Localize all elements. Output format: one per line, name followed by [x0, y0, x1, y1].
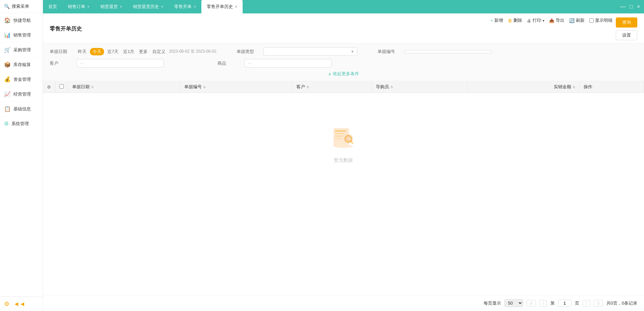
tab-bar-close[interactable]: × [637, 4, 640, 10]
date-col-label: 单据日期 [72, 84, 90, 90]
sidebar-item-label: 快捷导航 [13, 17, 31, 23]
type-filter-select[interactable]: ▾ [263, 47, 357, 56]
tab-retail-open-close[interactable]: × [194, 4, 196, 9]
svg-rect-4 [335, 136, 343, 137]
tab-sales-return[interactable]: 销货退货 × [95, 0, 128, 13]
sidebar-collapse-icon[interactable]: ◄◄ [13, 301, 26, 308]
sidebar-item-sales-mgmt[interactable]: 📊 销售管理 [0, 28, 43, 43]
print-icon: 🖨 [527, 18, 531, 23]
delete-button[interactable]: 🗑 删除 [508, 17, 522, 23]
sidebar-item-purchase-mgmt[interactable]: 🛒 采购管理 [0, 43, 43, 57]
refresh-button[interactable]: 🔄 刷新 [569, 17, 585, 23]
sidebar-item-label: 系统管理 [11, 121, 29, 127]
ops-mgmt-icon: 📈 [4, 91, 11, 97]
finance-icon: 💰 [4, 76, 11, 83]
pagination: 每页显示 50 20 100 ⟨⟨ ⟨ 第 页 ⟩ ⟩⟩ 共0页，0条记录 [43, 295, 644, 311]
sales-mgmt-icon: 📊 [4, 32, 11, 38]
per-page-label: 每页显示 [484, 300, 501, 306]
sidebar-item-label: 采购管理 [13, 47, 31, 53]
print-dropdown-icon: ▾ [543, 19, 544, 22]
sidebar-item-sys-mgmt[interactable]: ⚙ 系统管理 [0, 116, 43, 131]
empty-state: 暂无数据 [43, 93, 644, 190]
page-title: 零售开单历史 [50, 25, 82, 33]
sidebar-item-label: 基础信息 [13, 106, 31, 112]
plus-icon: + [490, 18, 493, 23]
delete-icon: 🗑 [508, 18, 512, 23]
per-page-select[interactable]: 50 20 100 [504, 299, 523, 307]
date-sort-icon: ⇅ [91, 85, 94, 89]
add-button[interactable]: + 新增 [490, 17, 503, 23]
th-date[interactable]: 单据日期 ⇅ [68, 81, 180, 93]
sidebar-item-finance[interactable]: 💰 资金管理 [0, 72, 43, 87]
inventory-icon: 📦 [4, 61, 11, 68]
tab-sales-return-close[interactable]: × [120, 4, 122, 9]
date-btn-7days[interactable]: 近7天 [106, 48, 120, 55]
number-sort-icon: ⇅ [203, 85, 206, 89]
action-col-label: 操作 [584, 84, 592, 89]
goods-filter-label: 商品 [217, 60, 238, 66]
main-area: 首页 销售订单 × 销货退货 × 销货退货历史 × 零售开单 × 零售开单历史 … [43, 0, 644, 311]
date-btn-custom[interactable]: 自定义 [151, 48, 167, 55]
date-range: 2023-06-02 至 2023-06-02 [169, 49, 216, 54]
th-number[interactable]: 单据编号 ⇅ [180, 81, 292, 93]
sidebar-search-label: 搜索采单 [12, 3, 29, 9]
sidebar-search[interactable]: 🔍 搜索采单 [0, 0, 43, 13]
customer-sort-icon: ⇅ [306, 85, 309, 89]
quick-nav-icon: 🏠 [4, 17, 11, 23]
page-input[interactable] [558, 300, 572, 307]
next-page-btn[interactable]: ⟩ [583, 300, 590, 307]
tab-retail-open-history[interactable]: 零售开单历史 × [201, 0, 243, 13]
show-detail-checkbox[interactable] [589, 18, 594, 23]
date-btn-today[interactable]: 今天 [90, 48, 104, 55]
page-suffix: 页 [575, 300, 579, 306]
sidebar-item-ops-mgmt[interactable]: 📈 经营管理 [0, 87, 43, 102]
search-icon: 🔍 [4, 4, 10, 9]
tab-sales-return-history[interactable]: 销货退货历史 × [128, 0, 169, 13]
first-page-btn[interactable]: ⟨⟨ [527, 300, 536, 307]
th-guide[interactable]: 导购员 ⇅ [371, 81, 467, 93]
date-btn-more[interactable]: 更多 [138, 48, 149, 55]
table-settings-icon[interactable]: ⚙ [47, 85, 51, 90]
tab-home-label: 首页 [48, 4, 57, 10]
filter-area: 单据日期 昨天 今天 近7天 近1月 更多 自定义 2023-06-02 至 2… [43, 43, 644, 81]
th-settings[interactable]: ⚙ [43, 81, 55, 93]
tab-retail-open[interactable]: 零售开单 × [169, 0, 201, 13]
sidebar-item-label: 资金管理 [13, 76, 31, 83]
print-button[interactable]: 🖨 打印 ▾ [527, 17, 544, 23]
sidebar-item-inventory[interactable]: 📦 库存核算 [0, 57, 43, 72]
tab-sales-order-close[interactable]: × [87, 4, 90, 9]
guide-sort-icon: ⇅ [390, 85, 393, 89]
customer-filter-label: 客户 [50, 60, 70, 66]
tab-bar-minimize[interactable]: — [620, 4, 626, 10]
export-button[interactable]: 📤 导出 [549, 17, 564, 23]
tab-bar-right: — □ × [620, 4, 644, 10]
last-page-btn[interactable]: ⟩⟩ [594, 300, 603, 307]
svg-rect-5 [335, 138, 342, 139]
date-btn-1month[interactable]: 近1月 [122, 48, 136, 55]
setting-button[interactable]: 设置 [616, 30, 637, 40]
query-button[interactable]: 查询 [616, 17, 637, 28]
settings-gear-icon[interactable]: ⚙ [4, 300, 9, 308]
sidebar-item-quick-nav[interactable]: 🏠 快捷导航 [0, 13, 43, 28]
date-btn-yesterday[interactable]: 昨天 [77, 48, 88, 55]
th-amount[interactable]: 实销金额 ⇅ [467, 81, 580, 93]
show-detail-label: 显示明细 [595, 17, 612, 23]
tab-home[interactable]: 首页 [43, 0, 62, 13]
select-all-checkbox[interactable] [59, 84, 64, 89]
tab-sales-return-history-close[interactable]: × [161, 4, 163, 9]
table-header-row: ⚙ 单据日期 ⇅ 单据编号 [43, 81, 644, 93]
table-body: 暂无数据 [43, 93, 644, 191]
th-customer[interactable]: 客户 ⇅ [292, 81, 372, 93]
prev-page-btn[interactable]: ⟨ [539, 300, 547, 307]
show-detail-button[interactable]: 显示明细 [589, 17, 612, 23]
tab-retail-open-history-close[interactable]: × [235, 4, 237, 9]
filter-collapse-btn[interactable]: ∧ 收起更多条件 [50, 71, 637, 77]
purchase-mgmt-icon: 🛒 [4, 47, 11, 53]
query-setting-group: 查询 设置 [616, 17, 637, 40]
goods-filter-input[interactable]: ··· [244, 59, 332, 67]
tab-bar-maximize[interactable]: □ [630, 4, 633, 10]
customer-filter-input[interactable]: ··· [77, 59, 164, 67]
sidebar-item-basic-info[interactable]: 📋 基础信息 [0, 102, 43, 116]
tab-sales-order[interactable]: 销售订单 × [62, 0, 95, 13]
number-filter-input[interactable] [404, 50, 492, 53]
